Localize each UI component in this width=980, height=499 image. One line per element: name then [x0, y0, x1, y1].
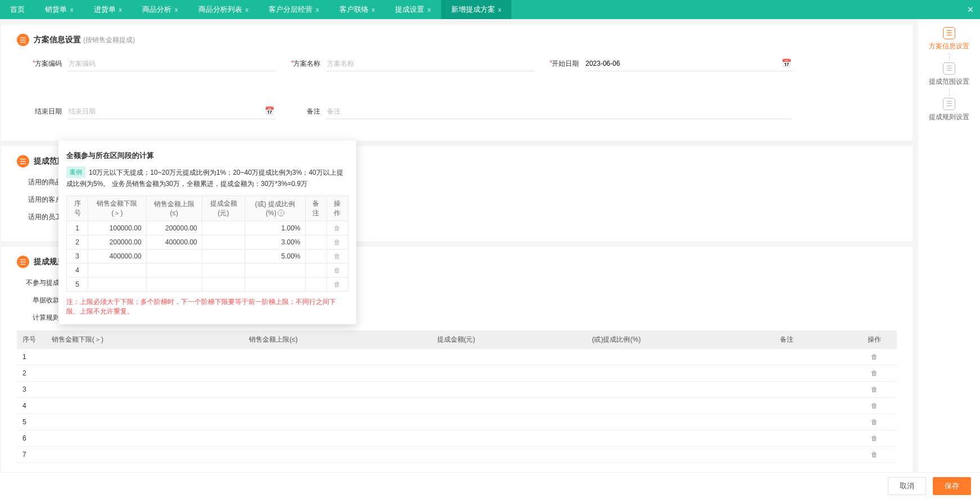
delete-icon[interactable]: 🗑 [334, 224, 341, 232]
calendar-icon[interactable]: 📅 [782, 58, 791, 67]
close-icon[interactable]: x [372, 6, 375, 13]
start-date-label: 开始日期 [534, 59, 584, 69]
table-row: 5🗑 [67, 277, 348, 291]
table-row[interactable]: 7🗑 [17, 447, 897, 463]
close-all-tabs-icon[interactable]: × [961, 0, 980, 19]
remark-label: 备注 [275, 107, 326, 116]
table-row[interactable]: 3🗑 [17, 382, 897, 398]
top-tab-bar: 首页 销货单x 进货单x 商品分析x 商品分析列表x 客户分层经营x 客户联络x… [0, 0, 980, 19]
end-date-label: 结束日期 [17, 107, 67, 116]
step-icon: ☰ [943, 62, 955, 75]
col-remark: 备注 [774, 330, 852, 349]
delete-icon[interactable]: 🗑 [871, 434, 878, 442]
tab-product-analysis[interactable]: 商品分析x [132, 0, 188, 19]
table-row: 1100000.00200000.001.00%🗑 [67, 221, 348, 235]
tab-home[interactable]: 首页 [0, 0, 35, 19]
delete-icon[interactable]: 🗑 [871, 369, 878, 377]
tab-purchase-order[interactable]: 进货单x [84, 0, 133, 19]
delete-icon[interactable]: 🗑 [334, 238, 341, 246]
close-icon[interactable]: x [119, 6, 122, 13]
section-icon: ☰ [17, 34, 29, 46]
rule-table: 序号 销售金额下限(＞) 销售金额上限(≤) 提成金额(元) (或)提成比例(%… [17, 330, 897, 463]
example-table: 序号 销售金额下限 (＞) 销售金额上限 (≤) 提成金额 (元) (或) 提成… [66, 196, 348, 292]
example-popover: 全额参与所在区间段的计算 案例10万元以下无提成；10~20万元提成比例为1%；… [58, 140, 356, 324]
delete-icon[interactable]: 🗑 [871, 353, 878, 361]
popover-note: 注：上限必须大于下限；多个阶梯时，下一个阶梯下限要等于前一阶梯上限；不同行之间下… [66, 297, 348, 316]
col-ratio: (或)提成比例(%) [586, 330, 774, 349]
plan-code-label: 方案编码 [17, 59, 67, 69]
case-body: 10万元以下无提成；10~20万元提成比例为1%；20~40万提成比例为3%；4… [66, 169, 343, 188]
plan-code-input[interactable] [67, 56, 275, 71]
delete-icon[interactable]: 🗑 [871, 418, 878, 426]
close-icon[interactable]: x [498, 6, 502, 13]
delete-icon[interactable]: 🗑 [334, 280, 341, 288]
delete-icon[interactable]: 🗑 [334, 266, 341, 274]
info-icon[interactable]: ? [278, 210, 284, 216]
case-tag: 案例 [66, 166, 85, 178]
col-action: 操作 [852, 330, 897, 349]
close-icon[interactable]: x [246, 6, 249, 13]
close-icon[interactable]: x [175, 6, 178, 13]
col-upper: 销售金额上限(≤) [243, 330, 431, 349]
col-amount: 提成金额(元) [432, 330, 587, 349]
remark-input[interactable] [326, 104, 792, 119]
section-subtitle: (按销售金额提成) [83, 35, 135, 45]
table-row[interactable]: 5🗑 [17, 414, 897, 430]
plan-name-input[interactable] [326, 56, 534, 71]
table-row[interactable]: 6🗑 [17, 430, 897, 447]
section-title: 方案信息设置 [34, 35, 81, 45]
delete-icon[interactable]: 🗑 [871, 451, 878, 459]
step-icon: ☰ [943, 27, 955, 39]
tab-customer-contact[interactable]: 客户联络x [329, 0, 385, 19]
col-lower: 销售金额下限(＞) [46, 330, 243, 349]
tab-commission-settings[interactable]: 提成设置x [385, 0, 441, 19]
table-row: 4🗑 [67, 263, 348, 277]
delete-icon[interactable]: 🗑 [334, 252, 341, 260]
close-icon[interactable]: x [316, 6, 319, 13]
step-rules[interactable]: ☰ 提成规则设置 [918, 98, 980, 122]
section-icon: ☰ [17, 155, 29, 167]
tab-sales-order[interactable]: 销货单x [35, 0, 84, 19]
plan-name-label: 方案名称 [275, 59, 326, 69]
close-icon[interactable]: x [70, 6, 74, 13]
step-plan-info[interactable]: ☰ 方案信息设置 [918, 27, 980, 51]
close-icon[interactable]: x [428, 6, 431, 13]
delete-icon[interactable]: 🗑 [871, 402, 878, 410]
tab-new-commission-plan[interactable]: 新增提成方案x [441, 0, 512, 19]
section-plan-info: ☰ 方案信息设置 (按销售金额提成) 方案编码 方案名称 开始日期 📅 [1, 25, 913, 140]
table-row[interactable]: 4🗑 [17, 398, 897, 414]
popover-title: 全额参与所在区间段的计算 [66, 151, 348, 161]
section-icon: ☰ [17, 256, 29, 268]
calendar-icon[interactable]: 📅 [265, 106, 274, 115]
delete-icon[interactable]: 🗑 [871, 385, 878, 393]
step-scope[interactable]: ☰ 提成范围设置 [918, 62, 980, 87]
table-row[interactable]: 2🗑 [17, 365, 897, 382]
step-nav: ☰ 方案信息设置 ☰ 提成范围设置 ☰ 提成规则设置 [918, 19, 980, 472]
end-date-input[interactable] [67, 104, 275, 119]
table-row[interactable]: 1🗑 [17, 349, 897, 365]
step-icon: ☰ [943, 98, 955, 110]
table-row: 2200000.00400000.003.00%🗑 [67, 235, 348, 249]
table-row: 3400000.005.00%🗑 [67, 249, 348, 263]
tab-product-analysis-list[interactable]: 商品分析列表x [188, 0, 259, 19]
col-seq: 序号 [17, 330, 46, 349]
start-date-input[interactable] [584, 56, 792, 71]
tab-customer-tier[interactable]: 客户分层经营x [258, 0, 329, 19]
